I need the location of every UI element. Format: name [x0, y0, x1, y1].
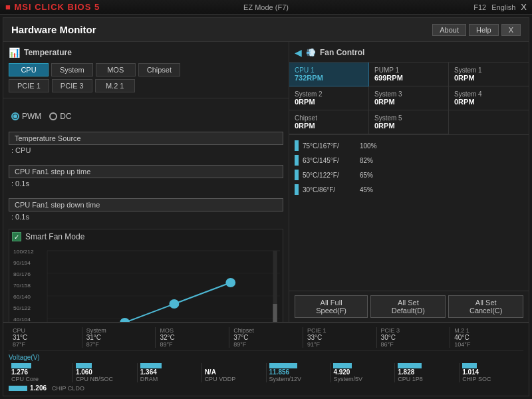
smart-fan-header: ✓ Smart Fan Mode	[12, 232, 280, 241]
pwm-dc-toggle: PWM DC	[9, 112, 283, 121]
f12-btn[interactable]: F12	[473, 3, 486, 11]
fan-control-header: ◀ 💨 Fan Control	[289, 42, 529, 63]
fan-rpm-sys5: 0RPM	[374, 122, 443, 130]
chip-cldo-bar	[9, 386, 27, 391]
window-close-button[interactable]: X	[501, 24, 521, 36]
speed-pct-3: 45%	[360, 186, 373, 194]
about-button[interactable]: About	[432, 24, 466, 36]
dc-label[interactable]: DC	[60, 112, 71, 121]
temp-row2: PCIE 1 PCIE 3 M.2 1	[9, 79, 283, 92]
step-up-value: : 0.1s	[11, 180, 283, 188]
temp-btn-pcie1[interactable]: PCIE 1	[9, 79, 49, 92]
fan-name-cpu1: CPU 1	[295, 66, 363, 74]
pwm-radio[interactable]	[11, 112, 19, 120]
stat-mos: MOS 32°C 89°F	[156, 327, 229, 348]
step-up-label[interactable]: CPU Fan1 step up time	[9, 165, 283, 178]
fan-name-sys2: System 2	[295, 90, 363, 98]
fan-cell-sys1[interactable]: System 1 0RPM	[449, 63, 529, 86]
speed-temp-0: 75°C/167°F/	[303, 142, 356, 150]
speed-pct-1: 82%	[360, 157, 373, 164]
speed-indicator-2	[295, 170, 299, 180]
fan-rpm-sys2: 0RPM	[295, 98, 363, 106]
speed-indicator-1	[295, 155, 299, 166]
svg-point-30	[169, 299, 179, 309]
bottom-stats: CPU 31°C 87°F System 31°C 87°F MOS 32°C …	[3, 322, 529, 396]
temp-btn-m2[interactable]: M.2 1	[95, 79, 135, 92]
temp-source-label[interactable]: Temperature Source	[9, 132, 283, 145]
language-select[interactable]: English	[491, 3, 515, 11]
content-area: 📊 Temperature CPU System MOS Chipset PCI…	[3, 42, 529, 322]
speed-bar-0: 75°C/167°F/ 100%	[295, 140, 523, 151]
fan-cell-pump1[interactable]: PUMP 1 699RPM	[369, 63, 449, 86]
help-button[interactable]: Help	[469, 24, 499, 36]
step-down-value: : 0.1s	[11, 213, 283, 221]
temp-btn-system[interactable]: System	[51, 63, 93, 76]
voltage-sys12v: 11.856 System/12V	[267, 363, 331, 382]
temp-source-value: : CPU	[11, 146, 283, 154]
speed-indicator-3	[295, 184, 299, 195]
fan-cell-sys2[interactable]: System 2 0RPM	[289, 86, 369, 110]
temp-btn-mos[interactable]: MOS	[96, 63, 136, 76]
voltage-cpu-nbsoc: 1.060 CPU NB/SOC	[73, 363, 138, 382]
top-right-icons: F12 English X	[473, 2, 527, 12]
full-speed-button[interactable]: All Full Speed(F)	[295, 295, 368, 318]
fan-name-sys1: System 1	[454, 66, 523, 74]
voltage-cpu1p8: 1.828 CPU 1P8	[395, 363, 460, 382]
temp-btn-cpu[interactable]: CPU	[9, 63, 49, 76]
stat-system: System 31°C 87°F	[82, 327, 156, 348]
set-cancel-button[interactable]: All Set Cancel(C)	[448, 295, 523, 318]
svg-point-31	[225, 278, 235, 287]
voltage-bar-dram	[140, 363, 162, 368]
fan-grid: CPU 1 732RPM PUMP 1 699RPM System 1 0RPM…	[289, 63, 529, 135]
temp-btn-chipset[interactable]: Chipset	[138, 63, 180, 76]
speed-bar-1: 63°C/145°F/ 82%	[295, 155, 523, 166]
dc-radio[interactable]	[49, 112, 57, 120]
fan-cell-sys4[interactable]: System 4 0RPM	[449, 86, 529, 110]
chart-svg: 100/212 90/194 80/176 70/158 60/140 50/1…	[12, 244, 280, 322]
fan-header-icon2: 💨	[306, 48, 316, 57]
right-panel: ◀ 💨 Fan Control CPU 1 732RPM PUMP 1 699R…	[289, 42, 529, 322]
temp-title: Temperature	[24, 48, 72, 57]
temp-btn-pcie3[interactable]: PCIE 3	[52, 79, 92, 92]
fan-cell-sys5[interactable]: System 5 0RPM	[369, 110, 449, 134]
svg-text:90/194: 90/194	[13, 260, 31, 266]
fan-rpm-cpu1: 732RPM	[295, 74, 363, 82]
voltage-bar-12v	[269, 363, 297, 368]
smart-fan-chart: ✓ Smart Fan Mode 100/212 90/194 80/176 7…	[9, 229, 283, 322]
stat-pcie1: PCIE 1 33°C 91°F	[303, 327, 377, 348]
title-buttons: About Help X	[432, 24, 521, 36]
chip-cldo-label: CHIP CLDO	[52, 385, 84, 392]
svg-rect-33	[273, 304, 277, 322]
speed-temp-3: 30°C/86°F/	[303, 186, 356, 194]
fan-rpm-sys4: 0RPM	[454, 98, 523, 106]
speed-bar-2: 50°C/122°F/ 65%	[295, 170, 523, 180]
stat-pcie3: PCIE 3 30°C 86°F	[377, 327, 451, 348]
fan-cell-chipset[interactable]: Chipset 0RPM	[289, 110, 369, 134]
step-down-label[interactable]: CPU Fan1 step down time	[9, 198, 283, 211]
voltage-cpu-vddp: N/A CPU VDDP	[202, 363, 267, 382]
fan-rpm-sys3: 0RPM	[374, 98, 443, 106]
fan-control-title: Fan Control	[320, 48, 364, 57]
stat-cpu: CPU 31°C 87°F	[9, 327, 82, 348]
pwm-label[interactable]: PWM	[22, 112, 41, 121]
chip-cldo-row: 1.206 CHIP CLDO	[9, 384, 523, 392]
voltage-bar-1p8	[398, 363, 422, 368]
voltage-cpu-core: 1.276 CPU Core	[9, 363, 73, 382]
topbar-close[interactable]: X	[521, 2, 527, 12]
fan-name-sys5: System 5	[374, 114, 443, 122]
speed-pct-2: 65%	[360, 172, 373, 179]
fan-cell-cpu1[interactable]: CPU 1 732RPM	[289, 63, 369, 86]
speed-temp-1: 63°C/145°F/	[303, 157, 356, 164]
fan-header-icon: ◀	[295, 47, 302, 58]
speed-indicator-0	[295, 140, 299, 151]
stat-m2: M.2 1 40°C 104°F	[450, 327, 523, 348]
smart-fan-checkbox[interactable]: ✓	[12, 232, 21, 241]
stat-chipset: Chipset 37°C 89°F	[229, 327, 303, 348]
fan-name-sys4: System 4	[454, 90, 523, 98]
ez-mode[interactable]: EZ Mode (F7)	[243, 3, 289, 11]
voltage-chip-soc: 1.014 CHIP SOC	[460, 363, 523, 382]
fan-rpm-sys1: 0RPM	[454, 74, 523, 82]
speed-bars: 75°C/167°F/ 100% 63°C/145°F/ 82% 50°C/12…	[289, 135, 529, 291]
fan-cell-sys3[interactable]: System 3 0RPM	[369, 86, 449, 110]
set-default-button[interactable]: All Set Default(D)	[370, 295, 446, 318]
